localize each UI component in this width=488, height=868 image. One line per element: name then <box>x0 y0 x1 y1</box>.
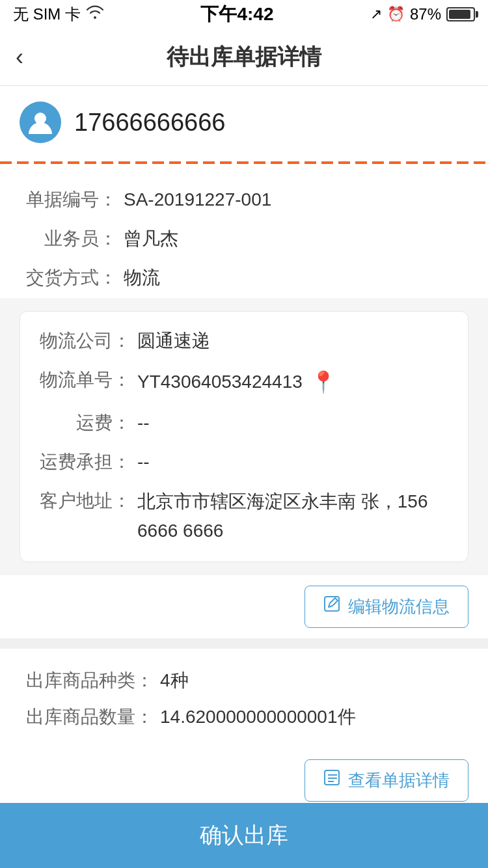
location-status-icon: ↗ <box>370 6 382 23</box>
freight-bearer-row: 运费承担： -- <box>40 448 448 476</box>
goods-types-row: 出库商品种类： 4种 <box>26 668 462 693</box>
salesperson-label: 业务员： <box>26 225 117 252</box>
order-info-block: 单据编号： SA-20191227-001 业务员： 曾凡杰 交货方式： 物流 <box>0 167 488 298</box>
tracking-value: YT43064053424413 📍 <box>137 366 448 398</box>
view-details-button[interactable]: 查看单据详情 <box>305 759 468 802</box>
edit-icon <box>323 595 342 618</box>
company-label: 物流公司： <box>40 327 131 355</box>
view-details-label: 查看单据详情 <box>348 769 450 792</box>
edit-logistics-label: 编辑物流信息 <box>348 595 450 618</box>
edit-logistics-button[interactable]: 编辑物流信息 <box>305 586 468 628</box>
view-icon <box>323 769 342 792</box>
battery-percent: 87% <box>410 5 441 23</box>
tracking-location-icon[interactable]: 📍 <box>310 366 336 398</box>
nav-bar: ‹ 待出库单据详情 <box>0 29 488 86</box>
freight-row: 运费： -- <box>40 409 448 437</box>
goods-quantity-row: 出库商品数量： 14.620000000000001件 <box>26 705 462 729</box>
address-value: 北京市市辖区海淀区永丰南 张，156 6666 6666 <box>137 487 448 546</box>
tracking-label: 物流单号： <box>40 366 131 394</box>
address-row: 客户地址： 北京市市辖区海淀区永丰南 张，156 6666 6666 <box>40 487 448 546</box>
customer-phone: 17666666666 <box>74 109 225 137</box>
goods-quantity-label: 出库商品数量： <box>26 705 154 729</box>
logistics-card: 物流公司： 圆通速递 物流单号： YT43064053424413 📍 运费： … <box>20 311 468 562</box>
page-title: 待出库单据详情 <box>167 42 321 72</box>
goods-section: 出库商品种类： 4种 出库商品数量： 14.620000000000001件 <box>0 649 488 749</box>
status-time: 下午4:42 <box>200 2 273 27</box>
status-left: 无 SIM 卡 <box>13 4 104 25</box>
company-value: 圆通速递 <box>137 327 448 355</box>
goods-quantity-value: 14.620000000000001件 <box>160 705 356 729</box>
confirm-button[interactable]: 确认出库 <box>0 803 488 868</box>
salesperson-value: 曾凡杰 <box>124 225 462 252</box>
avatar <box>20 102 61 143</box>
freight-value: -- <box>137 409 448 437</box>
wifi-icon <box>86 5 104 23</box>
alarm-icon: ⏰ <box>387 6 405 23</box>
delivery-method-label: 交货方式： <box>26 264 117 292</box>
gray-separator-1 <box>0 638 488 649</box>
delivery-method-value: 物流 <box>124 264 462 292</box>
freight-label: 运费： <box>40 409 131 437</box>
goods-types-label: 出库商品种类： <box>26 668 154 693</box>
freight-bearer-value: -- <box>137 448 448 476</box>
delivery-method-row: 交货方式： 物流 <box>26 264 462 292</box>
dashed-divider <box>0 159 488 167</box>
customer-header: 17666666666 <box>0 86 488 159</box>
status-bar: 无 SIM 卡 下午4:42 ↗ ⏰ 87% <box>0 0 488 29</box>
goods-types-value: 4种 <box>160 668 189 693</box>
address-label: 客户地址： <box>40 487 131 515</box>
status-right: ↗ ⏰ 87% <box>370 5 475 23</box>
tracking-row: 物流单号： YT43064053424413 📍 <box>40 366 448 398</box>
confirm-label: 确认出库 <box>200 821 288 850</box>
freight-bearer-label: 运费承担： <box>40 448 131 476</box>
salesperson-row: 业务员： 曾凡杰 <box>26 225 462 252</box>
back-button[interactable]: ‹ <box>16 44 23 71</box>
order-no-value: SA-20191227-001 <box>124 186 462 213</box>
carrier-label: 无 SIM 卡 <box>13 4 81 25</box>
battery-icon <box>446 7 475 21</box>
order-no-label: 单据编号： <box>26 186 117 213</box>
order-no-row: 单据编号： SA-20191227-001 <box>26 186 462 213</box>
company-row: 物流公司： 圆通速递 <box>40 327 448 355</box>
edit-btn-row: 编辑物流信息 <box>0 575 488 638</box>
